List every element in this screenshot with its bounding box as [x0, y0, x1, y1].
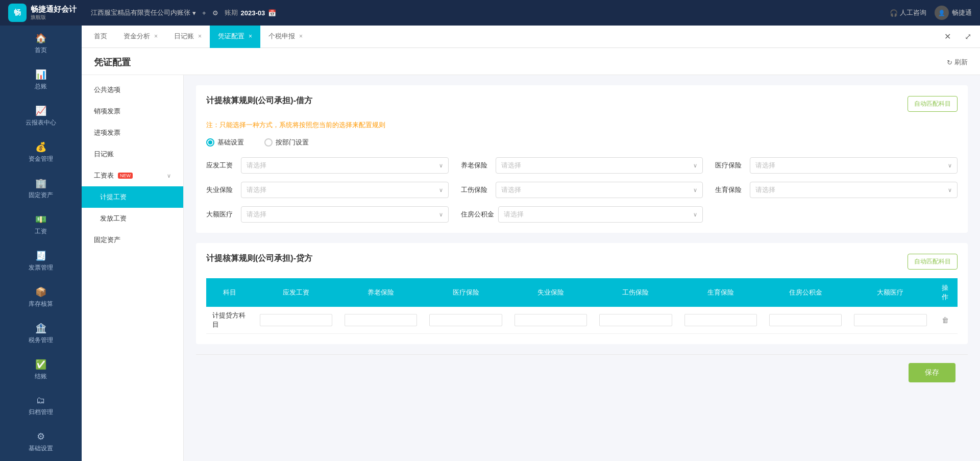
radio-group: 基础设置 按部门设置 [206, 138, 958, 147]
select-失业保险[interactable]: 请选择 ∨ [241, 182, 449, 198]
debit-section-header: 计提核算规则(公司承担)-借方 自动匹配科目 [206, 95, 958, 112]
debit-auto-match-button[interactable]: 自动匹配科目 [908, 96, 958, 112]
tab-close-journal[interactable]: × [198, 33, 202, 40]
td-row-label: 计提贷方科目 [206, 307, 254, 334]
th-unemployment: 失业保险 [508, 278, 593, 307]
tab-close-funds[interactable]: × [154, 33, 158, 40]
td-injury [593, 307, 678, 334]
radio-department[interactable]: 按部门设置 [264, 138, 309, 147]
main-layout: 🏠 首页 📊 总账 📈 云报表中心 💰 资金管理 🏢 固定资产 💵 工资 🧾 发… [0, 26, 980, 461]
left-nav-public[interactable]: 公共选项 [82, 79, 183, 101]
left-nav-journal[interactable]: 日记账 [82, 143, 183, 165]
archive-icon: 🗂 [36, 395, 45, 406]
user-area[interactable]: 👤 畅捷通 [935, 6, 972, 20]
th-maternity: 生育保险 [678, 278, 763, 307]
input-pension[interactable] [345, 314, 417, 326]
sidebar-item-ledger[interactable]: 📊 总账 [0, 62, 82, 98]
th-major-medical: 大额医疗 [848, 278, 933, 307]
input-maternity[interactable] [684, 314, 757, 326]
tab-close-voucher[interactable]: × [249, 33, 252, 40]
input-injury[interactable] [599, 314, 672, 326]
logo-sub: 旗舰版 [31, 14, 77, 21]
save-button[interactable]: 保存 [909, 363, 955, 382]
chevron-down-icon: ∨ [167, 173, 171, 179]
th-medical: 医疗保险 [423, 278, 508, 307]
left-nav-sales-invoice[interactable]: 销项发票 [82, 101, 183, 122]
left-nav-fixed-assets[interactable]: 固定资产 [82, 229, 183, 251]
chevron-down-icon: ∨ [693, 187, 697, 193]
sidebar-item-archive[interactable]: 🗂 归档管理 [0, 388, 82, 424]
sidebar-item-salary[interactable]: 💵 工资 [0, 207, 82, 243]
radio-basic-dot [206, 138, 214, 147]
refresh-button[interactable]: ↻ 刷新 [947, 58, 968, 67]
add-icon[interactable]: + [202, 9, 206, 17]
left-nav-salary-table[interactable]: 工资表 NEW ∨ [82, 165, 183, 186]
input-housing[interactable] [769, 314, 842, 326]
page-title: 凭证配置 [94, 56, 131, 68]
field-工伤保险: 工伤保险 请选择 ∨ [461, 182, 703, 198]
company-selector[interactable]: 江西服宝精品有限责任公司内账张 ▾ [91, 8, 196, 17]
tab-bar: 首页 资金分析 × 日记账 × 凭证配置 × 个税申报 × ✕ ⤢ [82, 26, 980, 48]
select-医疗保险[interactable]: 请选择 ∨ [750, 157, 958, 174]
tab-voucher-config[interactable]: 凭证配置 × [210, 26, 260, 48]
left-nav-purchase-invoice[interactable]: 进项发票 [82, 122, 183, 143]
select-工伤保险[interactable]: 请选择 ∨ [496, 182, 703, 198]
service-button[interactable]: 🎧 人工咨询 [890, 8, 926, 17]
sidebar-item-home[interactable]: 🏠 首页 [0, 26, 82, 62]
sidebar-item-reports[interactable]: 📈 云报表中心 [0, 98, 82, 134]
tab-expand-button[interactable]: ⤢ [960, 29, 976, 45]
input-major-medical[interactable] [854, 314, 926, 326]
radio-basic[interactable]: 基础设置 [206, 138, 244, 147]
td-unemployment [508, 307, 593, 334]
credit-auto-match-button[interactable]: 自动匹配科目 [908, 254, 958, 270]
page-header: 凭证配置 ↻ 刷新 [82, 48, 980, 75]
sidebar-item-fixed-assets[interactable]: 🏢 固定资产 [0, 171, 82, 207]
tab-home[interactable]: 首页 [86, 26, 115, 48]
left-nav-accrue-salary[interactable]: 计提工资 [82, 186, 183, 208]
settings-nav-icon: ⚙ [37, 431, 45, 442]
debit-title: 计提核算规则(公司承担)-借方 [206, 95, 312, 106]
delete-icon[interactable]: 🗑 [942, 316, 949, 324]
credit-title: 计提核算规则(公司承担)-贷方 [206, 253, 312, 264]
settings-icon[interactable]: ⚙ [212, 9, 218, 17]
tab-journal[interactable]: 日记账 × [166, 26, 210, 48]
credit-table: 科目 应发工资 养老保险 医疗保险 失业保险 工伤保险 生育保险 住房公积金 大… [206, 278, 958, 334]
field-生育保险: 生育保险 请选择 ∨ [715, 182, 958, 198]
debit-note: 注：只能选择一种方式，系统将按照您当前的选择来配置规则 [206, 120, 958, 130]
th-action: 操作 [933, 278, 958, 307]
credit-section: 计提核算规则(公司承担)-贷方 自动匹配科目 科目 应发工资 养老保险 医疗保险… [196, 243, 968, 344]
tab-close-tax[interactable]: × [299, 33, 303, 40]
input-unemployment[interactable] [514, 314, 587, 326]
radio-department-dot [264, 138, 273, 147]
sidebar-item-settings[interactable]: ⚙ 基础设置 [0, 424, 82, 460]
select-生育保险[interactable]: 请选择 ∨ [750, 182, 958, 198]
logo-text: 畅捷通好会计 [31, 5, 77, 14]
home-icon: 🏠 [35, 33, 46, 44]
account-period: 账期 2023-03 📅 [225, 8, 277, 17]
inventory-icon: 📦 [35, 286, 46, 298]
sidebar-item-inventory[interactable]: 📦 库存核算 [0, 279, 82, 316]
sidebar-item-invoice[interactable]: 🧾 发票管理 [0, 243, 82, 279]
sub-layout: 公共选项 销项发票 进项发票 日记账 工资表 NEW ∨ [82, 75, 980, 461]
input-salary[interactable] [260, 314, 332, 326]
tab-close-button[interactable]: ✕ [939, 29, 955, 45]
sidebar-item-funds[interactable]: 💰 资金管理 [0, 134, 82, 171]
select-应发工资[interactable]: 请选择 ∨ [241, 157, 449, 174]
sidebar-item-close[interactable]: ✅ 结账 [0, 352, 82, 388]
logo-text-area: 畅捷通好会计 旗舰版 [31, 5, 77, 21]
sidebar-item-tax[interactable]: 🏦 税务管理 [0, 316, 82, 352]
select-住房公积金[interactable]: 请选择 ∨ [498, 206, 703, 223]
logo-icon: 畅 [8, 4, 27, 22]
tab-tax-declare[interactable]: 个税申报 × [260, 26, 311, 48]
td-salary [254, 307, 338, 334]
tab-funds[interactable]: 资金分析 × [115, 26, 166, 48]
field-应发工资: 应发工资 请选择 ∨ [206, 157, 449, 174]
select-养老保险[interactable]: 请选择 ∨ [496, 157, 703, 174]
left-nav-pay-salary[interactable]: 发放工资 [82, 208, 183, 229]
input-medical[interactable] [429, 314, 502, 326]
calendar-icon[interactable]: 📅 [268, 9, 276, 17]
th-subject: 科目 [206, 278, 254, 307]
reports-icon: 📈 [35, 105, 46, 116]
select-大额医疗[interactable]: 请选择 ∨ [241, 206, 449, 223]
logo-area: 畅 畅捷通好会计 旗舰版 [8, 4, 85, 22]
